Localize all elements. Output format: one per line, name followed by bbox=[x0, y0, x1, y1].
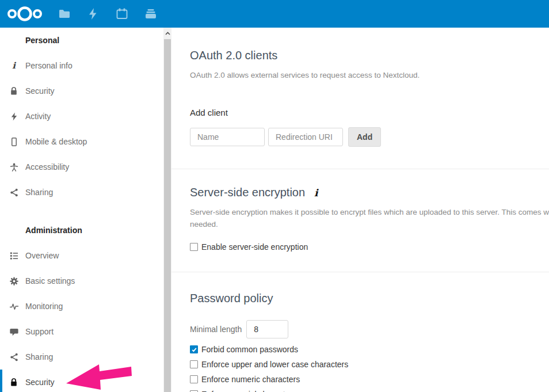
client-name-input[interactable] bbox=[190, 128, 265, 146]
add-client-form: Add bbox=[190, 127, 549, 147]
encryption-section: Server-side encryption i Server-side enc… bbox=[190, 185, 549, 253]
info-icon: i bbox=[9, 61, 18, 70]
calendar-icon[interactable] bbox=[115, 7, 129, 21]
section-divider bbox=[171, 272, 549, 272]
lightning-icon bbox=[9, 112, 18, 121]
gear-icon bbox=[9, 276, 18, 286]
sidebar-item-overview[interactable]: Overview bbox=[0, 243, 163, 268]
enforce-case-checkbox[interactable]: Enforce upper and lower case characters bbox=[190, 359, 549, 370]
minimal-length-label: Minimal length bbox=[190, 325, 242, 334]
sidebar-item-security-admin[interactable]: Security bbox=[0, 370, 163, 392]
password-policy-section: Password policy Minimal length Forbid co… bbox=[190, 291, 549, 392]
sidebar-item-security-personal[interactable]: Security bbox=[0, 78, 163, 104]
scrollbar-thumb[interactable] bbox=[164, 39, 171, 392]
checkbox-unchecked-icon[interactable] bbox=[190, 360, 198, 368]
oauth-title: OAuth 2.0 clients bbox=[190, 48, 549, 62]
sidebar-item-monitoring[interactable]: Monitoring bbox=[0, 294, 163, 319]
phone-icon bbox=[9, 137, 18, 146]
password-policy-title: Password policy bbox=[190, 291, 549, 305]
redirection-uri-input[interactable] bbox=[268, 128, 343, 146]
forbid-common-passwords-checkbox[interactable]: Forbid common passwords bbox=[190, 344, 549, 355]
sidebar-section-personal: Personal bbox=[0, 28, 163, 53]
encryption-description-line2: needed. bbox=[190, 219, 549, 230]
checkbox-unchecked-icon[interactable] bbox=[190, 243, 198, 251]
lock-icon bbox=[9, 378, 18, 387]
encryption-description-line1: Server-side encryption makes it possible… bbox=[190, 207, 549, 218]
sidebar-item-personal-info[interactable]: i Personal info bbox=[0, 53, 163, 78]
sidebar-scrollbar[interactable] bbox=[163, 28, 171, 392]
list-icon bbox=[9, 251, 18, 260]
lightning-icon[interactable] bbox=[86, 7, 100, 21]
scroll-up-button[interactable] bbox=[163, 28, 171, 39]
settings-content: OAuth 2.0 clients OAuth 2.0 allows exter… bbox=[171, 28, 549, 392]
sidebar-item-sharing-admin[interactable]: Sharing bbox=[0, 344, 163, 370]
settings-sidebar: Personal i Personal info Security Activi… bbox=[0, 28, 163, 392]
add-client-button[interactable]: Add bbox=[348, 127, 381, 147]
checkbox-unchecked-icon[interactable] bbox=[190, 375, 198, 383]
info-icon[interactable]: i bbox=[314, 188, 318, 198]
encryption-title: Server-side encryption i bbox=[190, 185, 549, 199]
top-header-bar bbox=[0, 0, 549, 28]
section-divider bbox=[171, 169, 549, 169]
nextcloud-logo[interactable] bbox=[6, 4, 44, 24]
monitoring-icon bbox=[9, 302, 18, 311]
oauth-description: OAuth 2.0 allows external services to re… bbox=[190, 70, 549, 81]
sidebar-item-basic-settings[interactable]: Basic settings bbox=[0, 268, 163, 294]
folder-icon[interactable] bbox=[58, 7, 71, 21]
sidebar-item-activity[interactable]: Activity bbox=[0, 104, 163, 129]
deck-icon[interactable] bbox=[144, 7, 158, 21]
enforce-numeric-checkbox[interactable]: Enforce numeric characters bbox=[190, 374, 549, 385]
app-icon-bar bbox=[58, 7, 173, 21]
enable-encryption-checkbox[interactable]: Enable server-side encryption bbox=[190, 241, 549, 253]
share-icon bbox=[9, 352, 18, 361]
sidebar-item-sharing-personal[interactable]: Sharing bbox=[0, 180, 163, 205]
sidebar-section-administration: Administration bbox=[0, 218, 163, 243]
share-icon bbox=[9, 188, 18, 197]
chevron-up-icon bbox=[165, 32, 170, 35]
sidebar-item-mobile-desktop[interactable]: Mobile & desktop bbox=[0, 129, 163, 154]
accessibility-icon bbox=[9, 162, 18, 172]
chat-icon bbox=[9, 327, 18, 336]
sidebar-item-support[interactable]: Support bbox=[0, 319, 163, 344]
minimal-length-input[interactable] bbox=[246, 320, 288, 338]
enforce-special-checkbox[interactable]: Enforce special characters bbox=[190, 389, 549, 392]
add-client-label: Add client bbox=[190, 108, 549, 117]
oauth-section: OAuth 2.0 clients OAuth 2.0 allows exter… bbox=[190, 48, 549, 147]
sidebar-item-accessibility[interactable]: Accessibility bbox=[0, 154, 163, 180]
lock-icon bbox=[9, 86, 18, 96]
minimal-length-row: Minimal length bbox=[190, 320, 549, 338]
password-policy-options: Forbid common passwords Enforce upper an… bbox=[190, 344, 549, 392]
checkbox-checked-icon[interactable] bbox=[190, 345, 198, 353]
